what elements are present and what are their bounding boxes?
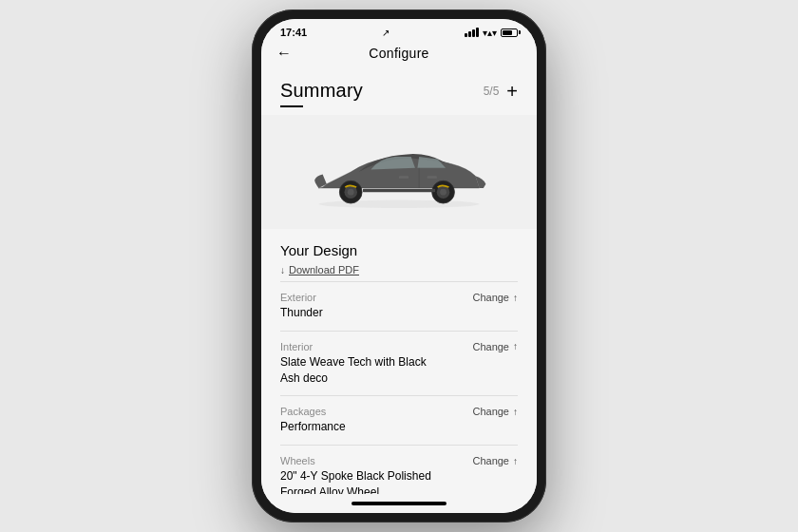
svg-rect-10 <box>428 176 437 179</box>
table-row: Exterior Thunder Change ↑ <box>280 281 518 331</box>
item-value: Slate Weave Tech with Black Ash deco <box>280 354 442 387</box>
item-value: Performance <box>280 419 346 435</box>
item-label: Packages <box>280 406 346 417</box>
status-bar: 17:41 ↗ ▾▴▾ <box>261 19 537 42</box>
table-row: Packages Performance Change ↑ <box>280 395 518 445</box>
svg-rect-8 <box>363 189 435 192</box>
summary-header: Summary 5/5 + <box>261 66 537 115</box>
item-value: 20" 4-Y Spoke Black Polished Forged Allo… <box>280 468 442 494</box>
summary-title: Summary <box>280 80 363 102</box>
download-pdf-button[interactable]: ↓ Download PDF <box>280 264 518 276</box>
design-items-list: Exterior Thunder Change ↑ Interior Slate… <box>261 281 537 494</box>
wifi-icon: ▾▴▾ <box>483 28 497 38</box>
your-design-title: Your Design <box>280 242 518 258</box>
item-label: Interior <box>280 341 442 352</box>
nav-title: Configure <box>369 46 428 61</box>
car-illustration <box>294 124 504 219</box>
summary-underline <box>280 105 303 107</box>
battery-icon <box>501 28 518 37</box>
svg-rect-9 <box>399 176 408 179</box>
item-value: Thunder <box>280 305 323 321</box>
up-arrow-icon: ↑ <box>513 341 518 352</box>
item-label: Wheels <box>280 455 442 466</box>
download-pdf-label: Download PDF <box>289 264 359 276</box>
svg-point-0 <box>318 200 479 208</box>
car-image <box>261 115 537 229</box>
status-time: 17:41 <box>280 27 307 38</box>
svg-point-4 <box>348 189 354 196</box>
back-button[interactable]: ← <box>276 45 292 62</box>
phone-frame: 17:41 ↗ ▾▴▾ ← Configure <box>252 10 546 522</box>
item-label: Exterior <box>280 292 323 303</box>
your-design-section: Your Design ↓ Download PDF <box>261 229 537 281</box>
summary-title-block: Summary <box>280 80 363 107</box>
phone-screen: 17:41 ↗ ▾▴▾ ← Configure <box>261 19 537 513</box>
change-interior-button[interactable]: Change <box>472 341 509 352</box>
up-arrow-icon: ↑ <box>513 456 518 466</box>
nav-bar: ← Configure <box>261 42 537 66</box>
up-arrow-icon: ↑ <box>513 293 518 303</box>
table-row: Wheels 20" 4-Y Spoke Black Polished Forg… <box>280 445 518 494</box>
content-area: Summary 5/5 + <box>261 66 537 494</box>
home-bar <box>352 502 446 505</box>
status-arrow: ↗ <box>382 28 390 38</box>
svg-point-7 <box>440 189 446 196</box>
download-icon: ↓ <box>280 265 285 276</box>
status-icons: ▾▴▾ <box>465 28 518 38</box>
change-exterior-button[interactable]: Change <box>472 292 509 303</box>
up-arrow-icon: ↑ <box>513 407 518 417</box>
change-packages-button[interactable]: Change <box>472 406 509 417</box>
table-row: Interior Slate Weave Tech with Black Ash… <box>280 331 518 396</box>
summary-count: 5/5 <box>484 85 500 98</box>
signal-icon <box>465 28 479 37</box>
home-indicator <box>261 494 537 513</box>
add-item-button[interactable]: + <box>506 82 518 101</box>
change-wheels-button[interactable]: Change <box>472 455 509 466</box>
